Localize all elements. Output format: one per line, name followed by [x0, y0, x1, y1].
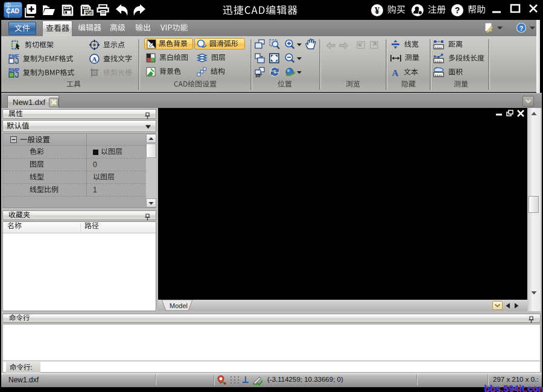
svg-text:¥: ¥ [375, 5, 379, 16]
svg-text:CAD: CAD [6, 8, 19, 14]
svg-text:A: A [392, 68, 399, 77]
svg-text:35°: 35° [255, 73, 262, 78]
svg-text:Model: Model [170, 302, 188, 309]
svg-text:PDF: PDF [84, 11, 93, 15]
svg-text:A: A [92, 55, 97, 63]
svg-text:?: ? [519, 25, 524, 32]
svg-text:?: ? [455, 5, 460, 15]
